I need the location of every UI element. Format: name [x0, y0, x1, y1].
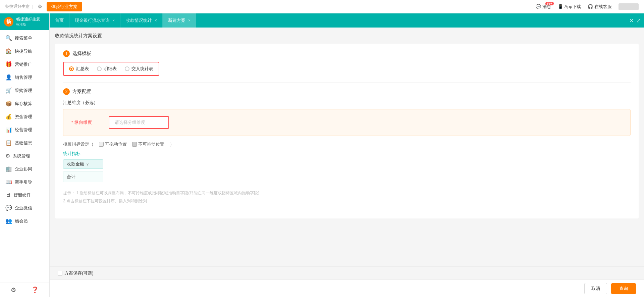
non-draggable-indicator: 不可拖动位置: [132, 141, 164, 147]
tab-receipts-label: 收款情况统计: [126, 17, 152, 23]
query-button[interactable]: 查询: [611, 283, 636, 294]
sidebar-item-hardware[interactable]: 🖥 智能硬件: [0, 189, 49, 201]
sidebar-label-member: 畅会员: [15, 218, 28, 224]
top-header: 畅捷通好生意 | ⚙ 体验行业方案 💬 消息 99+ 📱 App下载 🎧 在线客…: [0, 0, 644, 13]
cancel-button[interactable]: 取消: [584, 283, 607, 294]
sidebar-item-nav[interactable]: 🏠 快捷导航: [0, 45, 49, 58]
tab-receipts[interactable]: 收款情况统计 ×: [120, 13, 163, 28]
sidebar-label-inventory: 库存核算: [15, 101, 32, 107]
money-icon: 💰: [5, 113, 12, 120]
radio-detail[interactable]: 明细表: [97, 66, 117, 72]
user-avatar[interactable]: [619, 3, 639, 10]
industry-button[interactable]: 体验行业方案: [47, 2, 82, 11]
settings-card: 1 选择模板 汇总表 明细表: [55, 44, 639, 218]
sidebar-label-wechat: 企业微信: [15, 205, 32, 211]
cart-icon: 🛒: [5, 87, 12, 94]
section1-num: 1: [63, 50, 70, 57]
radio-summary-circle: [69, 66, 74, 71]
chart-icon: 📊: [5, 127, 12, 133]
metric-dropdown-icon[interactable]: ∨: [86, 162, 89, 166]
sidebar-item-finance[interactable]: 💰 资金管理: [0, 110, 49, 123]
action-bar: 取消 查询: [50, 280, 644, 297]
info-icon: 📋: [5, 140, 12, 146]
non-draggable-label: 不可拖动位置: [138, 141, 164, 147]
metrics-close: ）: [170, 141, 174, 147]
tab-receipts-close[interactable]: ×: [155, 18, 157, 23]
metric-column: 收款金额 ∨ 合计: [63, 159, 103, 182]
support-label: 在线客服: [594, 4, 612, 10]
sidebar-item-member[interactable]: 👥 畅会员: [0, 214, 49, 228]
sidebar-item-system[interactable]: ⚙ 系统管理: [0, 149, 49, 162]
box-icon: 📦: [5, 100, 12, 107]
dimension-area: * 纵向维度 —— 请选择分组维度: [63, 109, 631, 136]
tab-cashflow[interactable]: 现金银行流水查询 ×: [69, 13, 120, 28]
notification-item[interactable]: 💬 消息 99+: [536, 4, 551, 10]
sidebar-label-operations: 经营管理: [15, 127, 32, 133]
sidebar-bottom-settings[interactable]: ⚙: [11, 286, 16, 294]
sidebar-item-marketing[interactable]: 🎁 营销推广: [0, 58, 49, 71]
breadcrumb: 畅捷通好生意: [5, 4, 30, 9]
save-plan-checkbox[interactable]: [58, 271, 62, 276]
download-icon: 📱: [558, 4, 563, 9]
message-icon: 💬: [536, 4, 541, 9]
hint-line-2: 2.点击标题栏下拉可设置排序、插入列和删除列: [63, 197, 631, 205]
download-item[interactable]: 📱 App下载: [558, 4, 581, 10]
tab-home[interactable]: 首页: [50, 13, 69, 28]
sidebar-item-corp[interactable]: 🏢 企业协同: [0, 162, 49, 176]
sidebar-item-guide[interactable]: 📖 新手引导: [0, 176, 49, 189]
page-content: 收款情况统计方案设置 1 选择模板 汇总表: [50, 28, 644, 266]
sidebar-bottom-help[interactable]: ❓: [31, 286, 39, 294]
metric-tag-label: 收款金额: [67, 161, 84, 167]
tab-new-plan[interactable]: 新建方案 ×: [163, 13, 196, 28]
dim-select[interactable]: 请选择分组维度: [109, 116, 169, 129]
help-icon: ❓: [31, 286, 39, 294]
save-plan-label[interactable]: 方案保存(可选): [58, 270, 94, 276]
template-options-box: 汇总表 明细表 交叉统计表: [63, 62, 159, 76]
sidebar-item-operations[interactable]: 📊 经营管理: [0, 123, 49, 136]
dimension-sublabel: 汇总维度（必选）: [63, 100, 631, 106]
sidebar-label-finance: 资金管理: [15, 114, 32, 120]
draggable-label: 可拖动位置: [105, 141, 127, 147]
sidebar-item-inventory[interactable]: 📦 库存核算: [0, 97, 49, 110]
book-icon: 📖: [5, 179, 12, 185]
tab-home-label: 首页: [55, 17, 64, 23]
search-icon: 🔍: [5, 35, 12, 41]
section-template: 1 选择模板 汇总表 明细表: [63, 50, 631, 76]
radio-summary[interactable]: 汇总表: [69, 66, 89, 72]
download-label: App下载: [565, 4, 581, 10]
sidebar-label-hardware: 智能硬件: [13, 192, 31, 198]
tab-expand-icon[interactable]: ⤢: [636, 17, 641, 24]
sidebar-label-marketing: 营销推广: [15, 61, 32, 67]
save-plan-text: 方案保存(可选): [64, 270, 94, 276]
hint-area: 提示： 1.拖动标题栏可以调整布局，不可跨维度或指标区域拖动目字段(只能在同一维…: [63, 189, 631, 205]
sidebar-item-search[interactable]: 🔍 搜索菜单: [0, 32, 49, 45]
sidebar-item-wechat[interactable]: 💬 企业微信: [0, 201, 49, 214]
support-item[interactable]: 🎧 在线客服: [588, 4, 612, 10]
tab-new-plan-close[interactable]: ×: [188, 18, 191, 23]
sidebar-item-purchase[interactable]: 🛒 采购管理: [0, 84, 49, 97]
section2-header: 2 方案配置: [63, 88, 631, 95]
sidebar-item-basic[interactable]: 📋 基础信息: [0, 136, 49, 149]
section1-header: 1 选择模板: [63, 50, 631, 57]
metrics-header: 模板指标设定（ 可拖动位置 不可拖动位置 ）: [63, 141, 631, 147]
sidebar-item-sales[interactable]: 👤 销售管理: [0, 71, 49, 84]
settings-icon: ⚙: [11, 286, 16, 294]
tab-new-plan-label: 新建方案: [168, 17, 185, 23]
sidebar-label-sales: 销售管理: [15, 75, 32, 81]
building-icon: 🏢: [5, 166, 12, 172]
member-icon: 👥: [5, 218, 12, 224]
radio-detail-label: 明细表: [104, 66, 117, 72]
gear-button[interactable]: ⚙: [36, 3, 44, 11]
header-right: 💬 消息 99+ 📱 App下载 🎧 在线客服: [536, 3, 639, 10]
tab-close-all-icon[interactable]: ✕: [629, 17, 634, 24]
sidebar-label-guide: 新手引导: [15, 179, 32, 185]
hint-line-1: 提示： 1.拖动标题栏可以调整布局，不可跨维度或指标区域拖动目字段(只能在同一维…: [63, 189, 631, 197]
stat-label: 统计指标: [63, 151, 631, 157]
radio-cross[interactable]: 交叉统计表: [125, 66, 153, 72]
home-icon: 🏠: [5, 48, 12, 54]
gift-icon: 🎁: [5, 61, 12, 67]
metric-tag-payment[interactable]: 收款金额 ∨: [63, 159, 103, 169]
tab-cashflow-close[interactable]: ×: [112, 18, 115, 23]
metrics-area: 统计指标 收款金额 ∨ 合计: [63, 151, 631, 182]
page-title: 收款情况统计方案设置: [55, 33, 639, 39]
